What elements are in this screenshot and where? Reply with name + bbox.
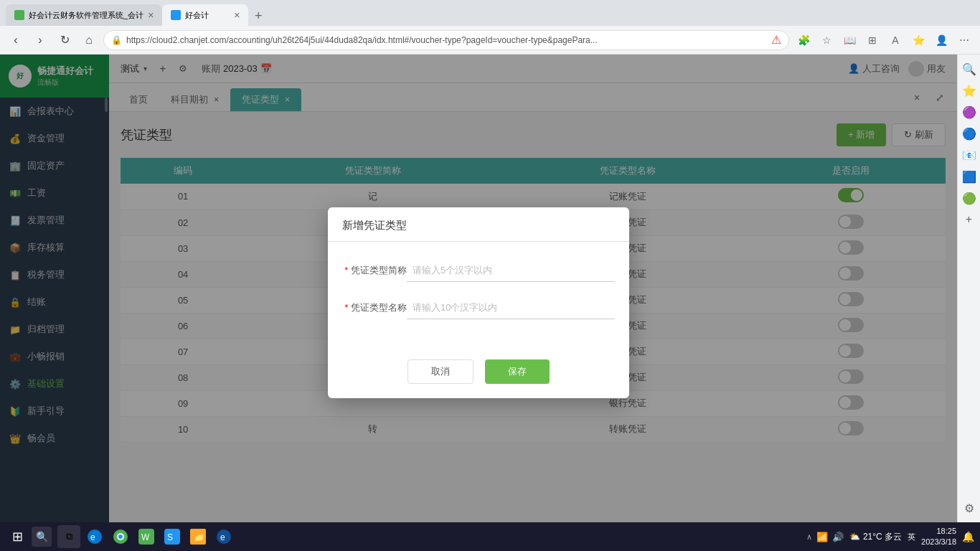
back-button[interactable]: ‹ bbox=[6, 30, 26, 50]
taskbar-apps: ⧉ e W S 📁 e bbox=[57, 525, 235, 548]
browser-tab-1[interactable]: 好会计云财务软件管理系统_会计 × bbox=[6, 4, 162, 26]
taskbar-app-store[interactable]: S bbox=[161, 525, 184, 548]
taskbar-chevron-icon[interactable]: ∧ bbox=[806, 532, 812, 542]
tab-close-2[interactable]: × bbox=[234, 9, 240, 21]
browser-extensions-sidebar: 🔍 ⭐ 🟣 🔵 📧 🟦 🟢 + ⚙ bbox=[957, 55, 980, 522]
ext-icon-search[interactable]: 🔍 bbox=[961, 60, 978, 77]
ext-icon-3[interactable]: 🔵 bbox=[961, 125, 978, 142]
form-input-short[interactable] bbox=[407, 259, 615, 282]
taskbar-app-edge2[interactable]: e bbox=[212, 525, 235, 548]
taskbar-lang: 英 bbox=[908, 532, 915, 542]
save-button[interactable]: 保存 bbox=[485, 359, 550, 384]
split-button[interactable]: ⊞ bbox=[862, 30, 882, 50]
dialog-body: 凭证类型简称 凭证类型名称 bbox=[328, 242, 629, 351]
extensions-button[interactable]: 🧩 bbox=[793, 30, 814, 50]
taskbar-notification-icon[interactable]: 🔔 bbox=[962, 531, 974, 542]
svg-text:📁: 📁 bbox=[194, 532, 204, 542]
address-bar[interactable]: 🔒 https://cloud2.chanjet.com/accounting/… bbox=[103, 30, 789, 50]
ext-icon-5[interactable]: 🟦 bbox=[961, 168, 978, 185]
svg-point-4 bbox=[118, 534, 123, 539]
svg-text:S: S bbox=[167, 532, 173, 542]
tab-favicon-2 bbox=[171, 10, 181, 20]
form-label-short: 凭证类型简称 bbox=[342, 264, 407, 277]
taskbar-app-wechat[interactable]: W bbox=[135, 525, 158, 548]
ext-icon-add[interactable]: + bbox=[961, 211, 978, 228]
tab-title-1: 好会计云财务软件管理系统_会计 bbox=[29, 10, 143, 21]
svg-text:e: e bbox=[220, 532, 225, 542]
reading-button[interactable]: 📖 bbox=[839, 30, 859, 50]
translate-button[interactable]: A bbox=[885, 30, 905, 50]
taskbar-app-chrome[interactable] bbox=[109, 525, 132, 548]
menu-button[interactable]: ⋯ bbox=[954, 30, 974, 50]
dialog-header: 新增凭证类型 bbox=[328, 207, 629, 242]
form-input-name[interactable] bbox=[407, 296, 615, 319]
taskbar-app-taskview[interactable]: ⧉ bbox=[57, 525, 80, 548]
taskbar-weather[interactable]: ⛅ 21°C 多云 bbox=[849, 531, 902, 543]
taskbar-search-button[interactable]: 🔍 bbox=[32, 527, 52, 547]
svg-text:e: e bbox=[90, 532, 95, 542]
time-display: 18:25 bbox=[921, 526, 956, 537]
svg-text:W: W bbox=[141, 532, 150, 542]
reload-button[interactable]: ↻ bbox=[55, 30, 75, 50]
form-row-short: 凭证类型简称 bbox=[342, 259, 615, 282]
collections-button[interactable]: ⭐ bbox=[908, 30, 928, 50]
lock-icon: 🔒 bbox=[111, 35, 122, 45]
dialog-title: 新增凭证类型 bbox=[342, 219, 407, 231]
weather-icon: ⛅ bbox=[849, 532, 860, 542]
ext-icon-4[interactable]: 📧 bbox=[961, 146, 978, 164]
favorites-button[interactable]: ☆ bbox=[816, 30, 837, 50]
dialog-overlay: 新增凭证类型 凭证类型简称 凭证类型名称 取消 保存 bbox=[0, 55, 957, 551]
start-button[interactable]: ⊞ bbox=[6, 525, 29, 548]
tab-close-1[interactable]: × bbox=[148, 9, 154, 21]
taskbar-sound-icon[interactable]: 🔊 bbox=[832, 532, 844, 542]
forward-button[interactable]: › bbox=[30, 30, 50, 50]
tab-favicon-1 bbox=[14, 10, 24, 20]
ext-icon-6[interactable]: 🟢 bbox=[961, 189, 978, 207]
taskbar-right: ∧ 📶 🔊 ⛅ 21°C 多云 英 18:25 2023/3/18 🔔 bbox=[806, 526, 974, 548]
main-content: 测试 ▾ + ⚙ 账期 2023-03 📅 👤 人工咨询 用友 bbox=[109, 55, 957, 551]
taskbar: ⊞ 🔍 ⧉ e W S 📁 e ∧ 📶 🔊 ⛅ 21°C 多云 bbox=[0, 522, 980, 551]
new-tab-button[interactable]: + bbox=[248, 6, 268, 26]
taskbar-network-icon[interactable]: 📶 bbox=[816, 532, 828, 542]
tab-title-2: 好会计 bbox=[185, 10, 230, 21]
date-display: 2023/3/18 bbox=[921, 537, 956, 547]
ext-icon-settings[interactable]: ⚙ bbox=[961, 499, 978, 517]
dialog-footer: 取消 保存 bbox=[328, 351, 629, 398]
cancel-button[interactable]: 取消 bbox=[407, 359, 473, 384]
form-row-name: 凭证类型名称 bbox=[342, 296, 615, 319]
account-button[interactable]: 👤 bbox=[931, 30, 951, 50]
browser-tab-2[interactable]: 好会计 × bbox=[162, 4, 248, 26]
ext-icon-2[interactable]: 🟣 bbox=[961, 103, 978, 121]
taskbar-system-icons: ∧ 📶 🔊 bbox=[806, 532, 844, 542]
address-text: https://cloud2.chanjet.com/accounting/uh… bbox=[126, 35, 767, 45]
address-alert-icon: ⚠ bbox=[771, 33, 781, 47]
form-label-name: 凭证类型名称 bbox=[342, 301, 407, 314]
ext-icon-1[interactable]: ⭐ bbox=[961, 82, 978, 99]
new-voucher-type-dialog: 新增凭证类型 凭证类型简称 凭证类型名称 取消 保存 bbox=[328, 207, 629, 398]
taskbar-time[interactable]: 18:25 2023/3/18 bbox=[921, 526, 956, 548]
home-button[interactable]: ⌂ bbox=[79, 30, 99, 50]
taskbar-app-edge[interactable]: e bbox=[83, 525, 106, 548]
taskbar-app-files[interactable]: 📁 bbox=[187, 525, 209, 548]
weather-text: 21°C 多云 bbox=[863, 531, 902, 543]
